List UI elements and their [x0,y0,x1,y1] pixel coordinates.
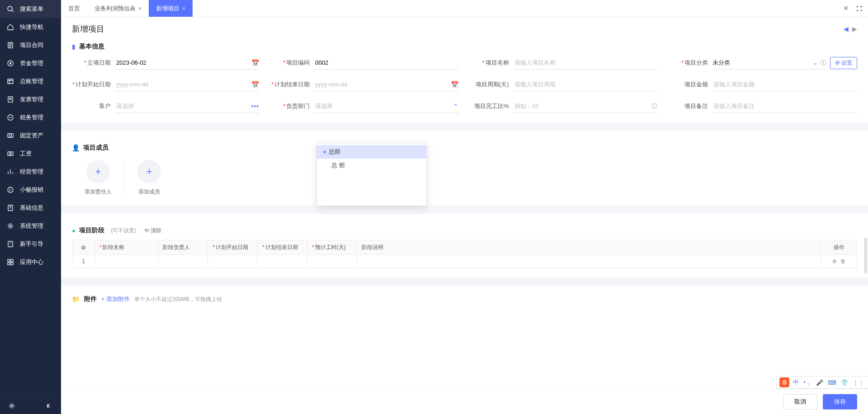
prev-arrow-icon[interactable]: ◀ [844,25,849,33]
cell-owner[interactable] [158,255,208,268]
cell-start[interactable] [208,255,258,268]
sidebar-item-invoice[interactable]: 发票管理 [0,90,61,108]
complete-pct-input[interactable] [514,99,658,113]
sidebar-item-project-contract[interactable]: 项目合同 [0,36,61,54]
category-select[interactable]: 未分类 ⌄ ⓘ [712,56,826,70]
gear-icon[interactable] [8,402,15,409]
dropdown-item-root[interactable]: ▼ 总部 [317,145,426,159]
tax-icon [6,113,14,122]
remark-input[interactable] [712,99,857,113]
cell-end[interactable] [258,255,307,268]
ime-punct[interactable]: •， [802,378,812,386]
close-icon[interactable]: × [182,5,185,12]
svg-point-13 [9,225,11,227]
help-icon[interactable]: ⓘ [821,59,826,67]
delete-row-icon[interactable]: 🗑 [840,258,846,264]
add-leader-button[interactable]: + [86,160,110,183]
calendar-icon[interactable]: 📅 [251,81,259,88]
svg-rect-16 [11,259,13,262]
ime-logo[interactable]: S [779,377,789,387]
calendar-icon[interactable]: 📅 [251,59,259,66]
add-attachment-button[interactable]: + 添加附件 [101,295,130,303]
sidebar-item-system[interactable]: 系统管理 [0,217,61,235]
sidebar-item-label: 项目合同 [20,41,43,49]
clear-button[interactable]: ⟲ 清除 [144,227,161,235]
collapse-icon[interactable] [46,402,53,409]
svg-rect-17 [8,263,10,265]
section-icon: ▮ [72,43,75,50]
sidebar-item-tax[interactable]: 税务管理 [0,108,61,127]
sidebar-item-salary[interactable]: 工资 [0,145,61,163]
period-input[interactable] [514,78,658,91]
tabs-bar: 首页 业务利润预估表 × 新增项目 × × [61,0,868,17]
sidebar-item-quick-nav[interactable]: 快捷导航 [0,18,61,36]
save-button[interactable]: 保存 [823,394,857,409]
scrollbar[interactable] [864,238,867,274]
cancel-button[interactable]: 取消 [783,394,817,409]
person-icon: 👤 [72,144,80,151]
amount-input[interactable] [712,78,857,91]
col-desc: 阶段说明 [357,240,821,255]
close-icon[interactable]: × [138,5,142,12]
fullscreen-icon[interactable] [854,4,864,14]
dept-select[interactable] [314,99,459,113]
section-phases: ● 项目阶段 (可不设置) ⟲ 清除 ⚙ *阶段名称 阶段负责人 *计划开始日期… [72,223,857,268]
ime-mic-icon[interactable]: 🎤 [815,379,824,386]
ime-lang[interactable]: 中 [792,378,800,386]
sidebar-item-ledger[interactable]: 总账管理 [0,72,61,90]
settings-button[interactable]: ⚙ 设置 [830,57,857,69]
tab-label: 业务利润预估表 [94,5,136,13]
table-row[interactable]: 1 ⊕ 🗑 [72,255,857,268]
sidebar-item-apps[interactable]: 应用中心 [0,253,61,271]
section-title: 项目阶段 [79,226,104,235]
ime-keyboard-icon[interactable]: ⌨ [827,379,837,386]
sidebar-item-info[interactable]: 基础信息 [0,199,61,217]
sidebar-item-asset[interactable]: 固定资产 [0,127,61,145]
field-create-date: *立项日期 📅 [72,56,260,70]
close-all-icon[interactable]: × [841,4,851,14]
add-leader-card: + 添加责任人 [72,160,124,196]
add-member-button[interactable]: + [137,160,161,183]
sidebar-search[interactable]: 搜索菜单 [0,0,61,18]
invoice-icon [6,95,14,104]
next-arrow-icon[interactable]: ▶ [852,25,857,33]
svg-text:C: C [9,188,12,192]
sidebar-item-expense[interactable]: C 小畅报销 [0,181,61,199]
ime-skin-icon[interactable]: 👕 [840,379,849,386]
svg-rect-7 [8,152,13,155]
sidebar-item-guide[interactable]: 新手引导 [0,235,61,253]
ime-toolbar[interactable]: S 中 •， 🎤 ⌨ 👕 ⋮⋮ [776,376,868,389]
create-date-input[interactable] [115,56,260,70]
cell-desc[interactable] [357,255,821,268]
footer: 取消 保存 [61,389,868,414]
help-icon[interactable]: ⓘ [651,102,657,110]
col-hours: *预计工时(天) [307,240,357,255]
sidebar-item-biz[interactable]: 经营管理 [0,163,61,181]
sidebar-item-label: 资金管理 [20,59,43,67]
field-category: *项目分类 未分类 ⌄ ⓘ ⚙ 设置 [669,56,857,70]
more-icon[interactable]: ••• [251,103,259,110]
chevron-up-icon[interactable]: ⌃ [453,103,458,110]
customer-select[interactable] [115,99,260,113]
tab-new-project[interactable]: 新增项目 × [149,0,193,17]
cell-name[interactable] [95,255,158,268]
add-leader-label: 添加责任人 [85,188,112,196]
cell-hours[interactable] [307,255,357,268]
guide-icon [6,240,14,248]
sidebar-item-fund[interactable]: 资金管理 [0,54,61,72]
system-icon [6,222,14,230]
sidebar-item-label: 系统管理 [20,222,43,230]
code-input[interactable] [314,56,459,70]
ime-menu-icon[interactable]: ⋮⋮ [852,379,865,386]
plan-end-input[interactable] [314,78,459,91]
tab-profit-forecast[interactable]: 业务利润预估表 × [87,0,149,17]
plan-start-input[interactable] [115,78,260,91]
tab-home[interactable]: 首页 [61,0,87,17]
row-index: 1 [72,255,95,268]
calendar-icon[interactable]: 📅 [451,81,458,88]
name-input[interactable] [514,56,658,70]
col-gear[interactable]: ⚙ [72,240,95,255]
add-row-icon[interactable]: ⊕ [832,258,837,264]
section-subtitle: (可不设置) [111,227,136,235]
dropdown-item-child[interactable]: 总 部 [317,159,426,172]
